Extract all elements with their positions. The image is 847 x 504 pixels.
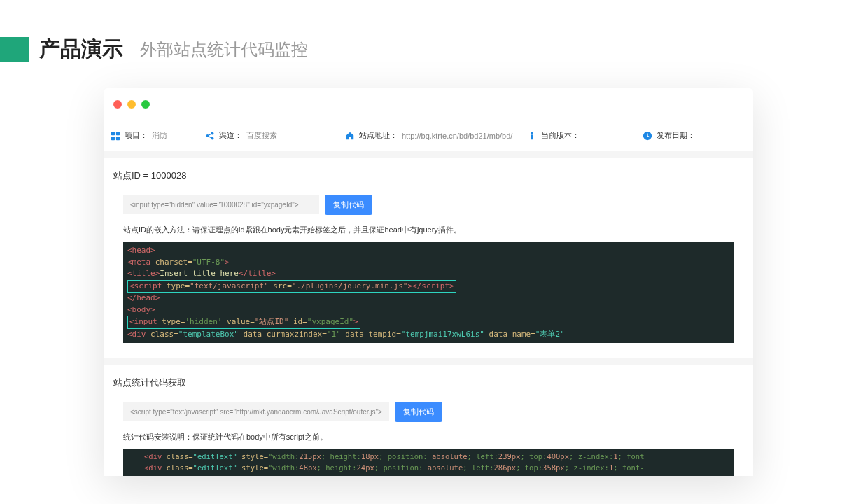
copy-button-2[interactable]: 复制代码 (395, 402, 442, 422)
site-label: 站点地址： (359, 130, 398, 141)
page-title: 产品演示 (39, 35, 123, 64)
svg-point-5 (211, 132, 214, 134)
info-project: 项目： 消防 (111, 130, 205, 141)
section-desc-2: 统计代码安装说明：保证统计代码在body中所有script之前。 (123, 432, 734, 442)
divider (104, 358, 753, 365)
close-icon[interactable] (113, 100, 122, 108)
code-sample-1: <head> <meta charset="UTF-8"> <title>Ins… (123, 242, 734, 343)
copy-button-1[interactable]: 复制代码 (325, 195, 372, 215)
info-icon (527, 131, 537, 141)
channel-value: 百度搜索 (246, 130, 277, 141)
divider (104, 151, 753, 158)
browser-window: 项目： 消防 渠道： 百度搜索 站点地址： http://bq.ktrte.cn… (104, 88, 753, 476)
channel-label: 渠道： (219, 130, 242, 141)
svg-rect-1 (116, 131, 120, 134)
section-desc-1: 站点ID的嵌入方法：请保证埋点的id紧跟在body元素开始标签之后，并且保证he… (123, 225, 734, 235)
project-label: 项目： (125, 130, 148, 141)
code-row-2: 复制代码 (123, 402, 734, 422)
info-version: 当前版本： (527, 130, 643, 141)
info-date: 发布日期： (643, 130, 746, 141)
info-channel: 渠道： 百度搜索 (205, 130, 345, 141)
site-value: http://bq.ktrte.cn/bd/bd21/mb/bd/ (402, 132, 512, 140)
svg-rect-8 (531, 134, 533, 139)
svg-rect-0 (111, 131, 115, 134)
accent-block (0, 37, 29, 62)
window-titlebar (104, 88, 753, 120)
section-stat-code: 站点统计代码获取 复制代码 统计代码安装说明：保证统计代码在body中所有scr… (104, 365, 753, 476)
share-icon (205, 131, 215, 141)
project-value: 消防 (152, 130, 167, 141)
stat-code-input[interactable] (123, 402, 389, 421)
home-icon (345, 131, 355, 141)
section-site-id: 站点ID = 1000028 复制代码 站点ID的嵌入方法：请保证埋点的id紧跟… (104, 158, 753, 358)
site-id-input[interactable] (123, 195, 319, 214)
section-title-2: 站点统计代码获取 (113, 377, 743, 389)
maximize-icon[interactable] (141, 100, 150, 108)
info-site: 站点地址： http://bq.ktrte.cn/bd/bd21/mb/bd/ (345, 130, 527, 141)
grid-icon (111, 131, 120, 141)
clock-icon (643, 131, 652, 141)
code-sample-2: <div class="editText" style="width:215px… (123, 449, 734, 476)
date-label: 发布日期： (657, 130, 695, 141)
svg-rect-3 (116, 136, 120, 139)
svg-point-6 (211, 136, 214, 139)
minimize-icon[interactable] (127, 100, 136, 108)
page-subtitle: 外部站点统计代码监控 (140, 38, 308, 61)
svg-rect-2 (111, 136, 115, 139)
code-row-1: 复制代码 (123, 195, 734, 215)
page-header: 产品演示 外部站点统计代码监控 (0, 0, 847, 78)
section-title-1: 站点ID = 1000028 (113, 169, 743, 182)
svg-point-7 (531, 132, 533, 134)
info-bar: 项目： 消防 渠道： 百度搜索 站点地址： http://bq.ktrte.cn… (104, 120, 753, 151)
version-label: 当前版本： (541, 130, 580, 141)
